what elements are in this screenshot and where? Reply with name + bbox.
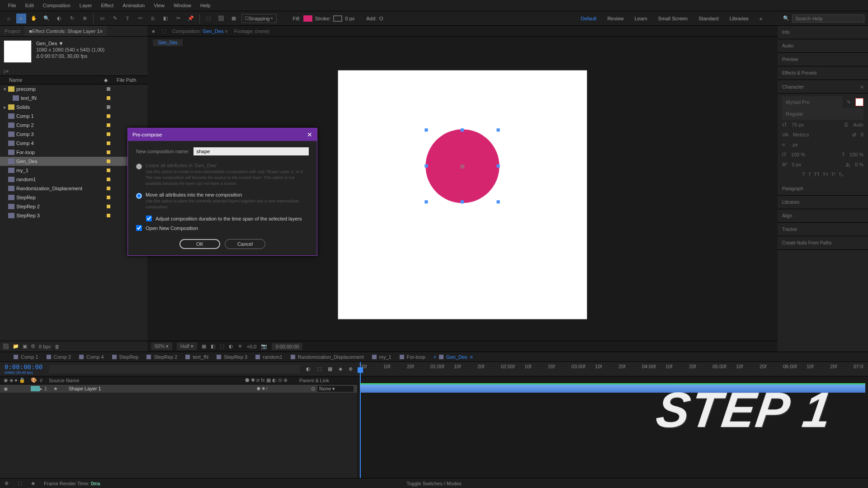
anchor-tool-icon[interactable]: ⊕: [80, 14, 90, 23]
timeline-layer-row[interactable]: ◉ ▸ 1 ★ Shape Layer 1 ⬟ ✱ / ⊙ None ▾: [0, 385, 357, 393]
rotate-tool-icon[interactable]: ↻: [67, 14, 77, 23]
project-item[interactable]: Comp 3: [0, 130, 147, 139]
project-search[interactable]: ρ▾: [0, 66, 147, 75]
workspace-review[interactable]: Review: [607, 16, 623, 21]
timeline-tab[interactable]: Comp 2: [47, 354, 71, 360]
toggle-transparency-icon[interactable]: ▦: [202, 343, 206, 349]
workspace-overflow-icon[interactable]: »: [760, 16, 762, 21]
project-item[interactable]: ▾precomp: [0, 84, 147, 94]
composition-canvas[interactable]: ⊕: [338, 70, 587, 319]
menu-effect[interactable]: Effect: [96, 3, 118, 8]
subscript-icon[interactable]: T₁: [839, 169, 844, 179]
view-axis-icon[interactable]: ▦: [229, 14, 239, 23]
menu-help[interactable]: Help: [196, 3, 215, 8]
menu-window[interactable]: Window: [169, 3, 196, 8]
exposure-value[interactable]: +0,0: [247, 344, 257, 349]
exposure-icon[interactable]: ☀: [238, 343, 242, 349]
selection-handle[interactable]: [425, 164, 428, 167]
menu-edit[interactable]: Edit: [21, 3, 38, 8]
cancel-button[interactable]: Cancel: [225, 239, 265, 249]
tl-icon[interactable]: ◐: [306, 366, 311, 372]
text-tool-icon[interactable]: T: [123, 14, 132, 23]
project-item[interactable]: StepRep: [0, 193, 147, 202]
timeline-search[interactable]: [49, 365, 300, 373]
menu-animation[interactable]: Animation: [118, 3, 149, 8]
tl-icon[interactable]: ◈: [339, 366, 342, 372]
brush-tool-icon[interactable]: ✏: [135, 14, 145, 23]
sb-icon[interactable]: ◈: [31, 480, 35, 486]
stroke-px[interactable]: - px: [789, 140, 797, 150]
menu-composition[interactable]: Composition: [38, 3, 75, 8]
tl-icon[interactable]: ⊕: [349, 366, 353, 372]
toggle-switches-button[interactable]: Toggle Switches / Modes: [406, 481, 462, 486]
timeline-tab[interactable]: Comp 4: [79, 354, 104, 360]
home-icon[interactable]: ⌂: [4, 14, 14, 23]
selection-tool-icon[interactable]: ▸: [16, 14, 26, 23]
menu-file[interactable]: File: [4, 3, 21, 8]
clone-tool-icon[interactable]: ⎘: [148, 14, 158, 23]
rect-tool-icon[interactable]: ▭: [97, 14, 107, 23]
faux-bold-icon[interactable]: T: [802, 169, 806, 179]
parent-dropdown[interactable]: None ▾: [317, 386, 354, 392]
add-menu-icon[interactable]: O: [379, 16, 383, 21]
breadcrumb-comp[interactable]: Gen_Des: [153, 39, 183, 46]
sb-icon[interactable]: ⊕: [5, 480, 9, 486]
vscale[interactable]: 100 %: [791, 150, 805, 160]
snapping-checkbox[interactable]: ☐ Snapping ⚬: [241, 14, 277, 23]
move-attributes-radio[interactable]: [136, 193, 142, 199]
project-item[interactable]: StepRep 2: [0, 202, 147, 211]
project-item[interactable]: Comp 2: [0, 121, 147, 130]
eyedropper-icon[interactable]: ✎: [847, 97, 851, 107]
font-size[interactable]: 75 px: [792, 120, 804, 130]
toggle-mask-icon[interactable]: ◧: [211, 343, 215, 349]
text-color-swatch[interactable]: [855, 98, 863, 106]
workspace-small[interactable]: Small Screen: [658, 16, 688, 21]
faux-italic-icon[interactable]: T: [808, 169, 811, 179]
adjust-duration-checkbox[interactable]: [146, 216, 152, 221]
zoom-tool-icon[interactable]: 🔍: [42, 14, 52, 23]
timeline-tab[interactable]: my_1: [372, 354, 392, 360]
snapshot-icon[interactable]: 📷: [261, 343, 267, 349]
settings-icon[interactable]: ⚙: [31, 343, 35, 349]
menu-layer[interactable]: Layer: [75, 3, 97, 8]
orbit-tool-icon[interactable]: ◐: [54, 14, 64, 23]
project-item[interactable]: For-loop: [0, 148, 147, 157]
puppet-tool-icon[interactable]: 📌: [186, 14, 196, 23]
baseline[interactable]: 0 px: [792, 160, 801, 169]
world-axis-icon[interactable]: ⬛: [216, 14, 226, 23]
project-item[interactable]: my_1: [0, 166, 147, 175]
stroke-width[interactable]: 0 px: [345, 16, 354, 21]
local-axis-icon[interactable]: ⬚: [203, 14, 213, 23]
label-col-icon[interactable]: ◆: [104, 77, 110, 83]
workspace-learn[interactable]: Learn: [634, 16, 647, 21]
project-item[interactable]: StepRep 3: [0, 211, 147, 220]
tl-icon[interactable]: ⬚: [317, 366, 321, 372]
leading[interactable]: Auto: [853, 120, 863, 130]
effects-presets-panel[interactable]: Effects & Presets: [778, 66, 868, 80]
paragraph-panel[interactable]: Paragraph: [778, 182, 868, 196]
font-family-dropdown[interactable]: Myriad Pro: [782, 96, 842, 108]
trash-icon[interactable]: 🗑: [55, 344, 60, 349]
selection-handle[interactable]: [496, 164, 500, 167]
selection-handle[interactable]: [425, 200, 428, 203]
font-style-dropdown[interactable]: Regular: [782, 108, 863, 120]
project-item[interactable]: text_fN: [0, 94, 147, 103]
viewer-lock-icon[interactable]: ■: [152, 28, 155, 34]
align-panel[interactable]: Align: [778, 209, 868, 223]
project-item[interactable]: random1: [0, 175, 147, 184]
tl-icon[interactable]: ▦: [328, 366, 332, 372]
project-item[interactable]: Gen_Des: [0, 157, 147, 166]
bpc-indicator[interactable]: 8 bpc: [39, 344, 51, 349]
timeline-tab[interactable]: random1: [255, 354, 282, 360]
footage-tab[interactable]: Footage: (none): [234, 28, 269, 34]
menu-view[interactable]: View: [149, 3, 169, 8]
selection-handle[interactable]: [461, 200, 464, 203]
selection-handle[interactable]: [496, 128, 500, 131]
workspace-standard[interactable]: Standard: [698, 16, 719, 21]
close-icon[interactable]: ✕: [307, 131, 312, 138]
stroke-swatch[interactable]: [333, 15, 342, 22]
timeline-tab[interactable]: StepRep 3: [217, 354, 247, 360]
smallcaps-icon[interactable]: Tᴛ: [823, 169, 829, 179]
region-icon[interactable]: ⬚: [220, 343, 224, 349]
timeline-tab[interactable]: Comp 1: [14, 354, 38, 360]
